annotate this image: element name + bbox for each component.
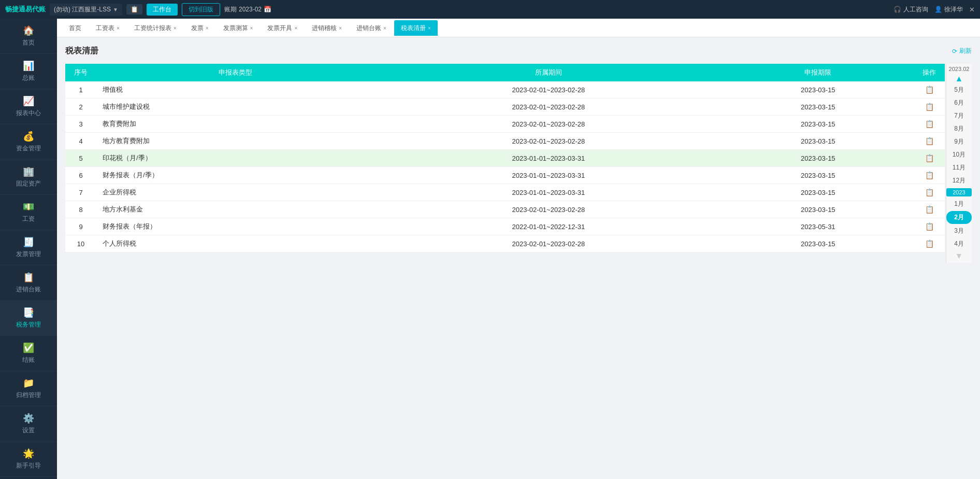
sidebar-item-结账[interactable]: ✅ 结账 (0, 336, 57, 371)
sidebar-item-新手引导[interactable]: 🌟 新手引导 (0, 442, 57, 477)
row-period: 2022-01-01~2022-12-31 (374, 218, 723, 235)
date-panel-header: 2023.02 (949, 66, 970, 72)
sidebar-item-畅会员[interactable]: 👑 畅会员 (0, 477, 57, 479)
tab-close-4[interactable]: × (250, 25, 253, 31)
date-panel-month[interactable]: 6月 (946, 96, 972, 109)
row-type: 财务报表（年报） (96, 218, 374, 235)
row-action[interactable]: 📋 (914, 150, 945, 167)
row-deadline: 2023-03-15 (723, 98, 914, 116)
tab-发票测算[interactable]: 发票测算× (217, 20, 260, 36)
table-row: 8地方水利基金2023-02-01~2023-02-282023-03-15📋 (65, 201, 945, 218)
date-panel-month-2023[interactable]: 3月 (946, 224, 972, 237)
sidebar-icon-10: 📁 (23, 377, 34, 389)
row-period: 2023-02-01~2023-02-28 (374, 81, 723, 98)
copy-icon-btn[interactable]: 📋 (126, 4, 142, 15)
content-area: 首页工资表×工资统计报表×发票×发票测算×发票开具×进销稽核×进销台账×税表清册… (57, 19, 980, 479)
sidebar-icon-8: 📑 (23, 307, 34, 318)
page-header: 税表清册 ⟳ 刷新 (65, 46, 972, 57)
sidebar-icon-4: 🏢 (23, 166, 34, 177)
date-panel-month[interactable]: 7月 (946, 109, 972, 122)
sidebar-item-进销台账[interactable]: 📋 进销台账 (0, 265, 57, 301)
sidebar-item-设置[interactable]: ⚙️ 设置 (0, 406, 57, 442)
row-type: 印花税（月/季） (96, 150, 374, 167)
row-type: 地方水利基金 (96, 201, 374, 218)
tab-进销稽核[interactable]: 进销稽核× (305, 20, 349, 36)
sidebar-label-8: 税务管理 (16, 320, 41, 329)
tab-进销台账[interactable]: 进销台账× (350, 20, 393, 36)
row-action[interactable]: 📋 (914, 167, 945, 184)
date-panel: 2023.02▲5月6月7月8月9月10月11月12月20231月2月3月4月▼ (946, 64, 972, 263)
col-header-3: 申报期限 (723, 64, 914, 81)
sidebar-item-发票管理[interactable]: 🧾 发票管理 (0, 230, 57, 265)
close-window-icon[interactable]: ✕ (969, 6, 975, 13)
row-action[interactable]: 📋 (914, 98, 945, 116)
tab-发票[interactable]: 发票× (184, 20, 215, 36)
date-panel-month-2023[interactable]: 2月 (946, 211, 972, 224)
row-type: 财务报表（月/季） (96, 167, 374, 184)
sidebar-item-总账[interactable]: 📊 总账 (0, 54, 57, 89)
sidebar-icon-1: 📊 (23, 60, 34, 72)
tab-close-3[interactable]: × (206, 25, 209, 31)
sidebar-item-报表中心[interactable]: 📈 报表中心 (0, 89, 57, 124)
date-panel-month-2023[interactable]: 4月 (946, 237, 972, 250)
row-index: 5 (65, 150, 96, 167)
tab-close-7[interactable]: × (383, 25, 386, 31)
refresh-icon: ⟳ (952, 48, 957, 55)
tab-工资表[interactable]: 工资表× (89, 20, 126, 36)
tab-首页[interactable]: 首页 (62, 20, 88, 36)
sidebar-item-税务管理[interactable]: 📑 税务管理 (0, 301, 57, 336)
workbench-button[interactable]: 工作台 (147, 4, 178, 16)
sidebar-icon-12: 🌟 (23, 448, 34, 459)
user-menu[interactable]: 👤 徐泽华 (934, 5, 963, 14)
date-panel-up-arrow[interactable]: ▲ (955, 74, 963, 83)
tab-发票开具[interactable]: 发票开具× (261, 20, 304, 36)
table-row: 3教育费附加2023-02-01~2023-02-282023-03-15📋 (65, 116, 945, 133)
sidebar-item-工资[interactable]: 💵 工资 (0, 195, 57, 230)
sidebar-label-5: 工资 (22, 215, 35, 223)
col-header-1: 申报表类型 (96, 64, 374, 81)
row-action[interactable]: 📋 (914, 81, 945, 98)
sidebar-item-首页[interactable]: 🏠 首页 (0, 19, 57, 54)
row-index: 10 (65, 235, 96, 252)
tab-close-8[interactable]: × (428, 25, 431, 31)
calendar-icon[interactable]: 📅 (264, 6, 271, 13)
switch-old-button[interactable]: 切到旧版 (182, 3, 220, 16)
date-panel-month[interactable]: 9月 (946, 135, 972, 148)
row-deadline: 2023-03-15 (723, 116, 914, 133)
tab-工资统计报表[interactable]: 工资统计报表× (127, 20, 183, 36)
sidebar-item-资金管理[interactable]: 💰 资金管理 (0, 124, 57, 160)
row-action[interactable]: 📋 (914, 235, 945, 252)
date-panel-month[interactable]: 10月 (946, 148, 972, 161)
table-row: 6财务报表（月/季）2023-01-01~2023-03-312023-03-1… (65, 167, 945, 184)
human-consult[interactable]: 🎧 人工咨询 (893, 5, 928, 14)
date-panel-month[interactable]: 11月 (946, 161, 972, 174)
sidebar-label-7: 进销台账 (16, 285, 41, 294)
row-action[interactable]: 📋 (914, 184, 945, 201)
app-logo: 畅捷通易代账 (5, 5, 46, 14)
sidebar-item-归档管理[interactable]: 📁 归档管理 (0, 371, 57, 406)
row-action[interactable]: 📋 (914, 133, 945, 150)
date-panel-month[interactable]: 8月 (946, 122, 972, 135)
sidebar-item-固定资产[interactable]: 🏢 固定资产 (0, 160, 57, 195)
table-wrapper: 序号申报表类型所属期间申报期限操作 1增值税2023-02-01~2023-02… (65, 64, 972, 252)
date-panel-month[interactable]: 5月 (946, 83, 972, 96)
row-period: 2023-02-01~2023-02-28 (374, 98, 723, 116)
tab-label-4: 发票测算 (223, 24, 248, 33)
date-panel-month-2023[interactable]: 1月 (946, 198, 972, 210)
date-panel-down-arrow[interactable]: ▼ (955, 251, 963, 261)
sidebar-icon-2: 📈 (23, 95, 34, 107)
refresh-button[interactable]: ⟳ 刷新 (952, 47, 972, 55)
row-action[interactable]: 📋 (914, 201, 945, 218)
company-selector[interactable]: (勿动) 江西服里-LSS ▼ (50, 4, 122, 16)
date-panel-year-2023[interactable]: 2023 (946, 188, 972, 196)
company-name: (勿动) 江西服里-LSS (54, 5, 111, 14)
sidebar-label-1: 总账 (22, 74, 35, 82)
tab-close-6[interactable]: × (339, 25, 342, 31)
tab-税表清册[interactable]: 税表清册× (394, 20, 438, 36)
row-action[interactable]: 📋 (914, 116, 945, 133)
tab-close-2[interactable]: × (174, 25, 177, 31)
date-panel-month[interactable]: 12月 (946, 174, 972, 187)
tab-close-5[interactable]: × (294, 25, 297, 31)
row-action[interactable]: 📋 (914, 218, 945, 235)
tab-close-1[interactable]: × (117, 25, 120, 31)
